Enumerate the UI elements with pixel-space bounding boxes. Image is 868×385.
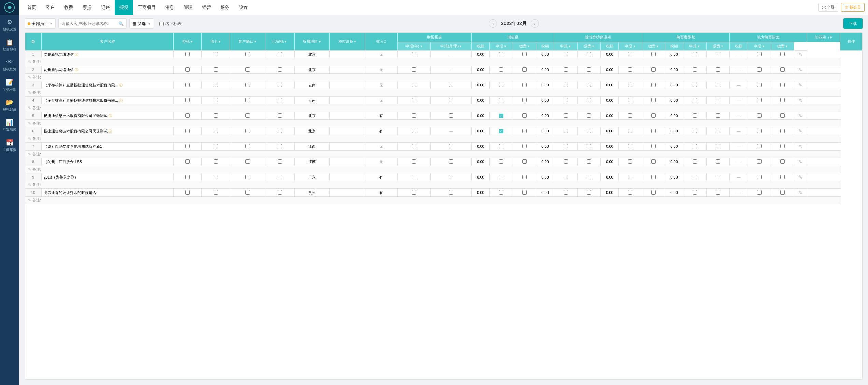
paid-cell[interactable] — [265, 66, 295, 74]
yinhua-declared-checkbox[interactable] — [757, 98, 762, 102]
jiaoyu-paid-cell[interactable] — [642, 143, 665, 151]
jiaoyu-declared-checkbox[interactable] — [628, 113, 632, 118]
difang-declared-cell[interactable] — [683, 66, 706, 74]
jiaoyu-paid-checkbox[interactable] — [651, 144, 656, 148]
jiaoyu-declared-checkbox[interactable] — [628, 159, 632, 164]
confirm-checkbox[interactable] — [245, 67, 250, 72]
jiaoyu-declared-cell[interactable] — [618, 143, 642, 151]
clear-card-checkbox[interactable] — [214, 144, 218, 148]
copy-tax-cell[interactable] — [173, 51, 202, 58]
clear-card-cell[interactable] — [202, 143, 230, 151]
jiaoyu-paid-cell[interactable] — [642, 112, 665, 120]
gear-icon[interactable]: ⚙ — [31, 39, 35, 44]
chengshi-paid-cell[interactable] — [578, 81, 601, 89]
copy-tax-cell[interactable] — [173, 127, 202, 135]
difang-declared-checkbox[interactable] — [693, 98, 697, 102]
difang-declared-cell[interactable] — [683, 143, 706, 151]
nav-item-首页[interactable]: 首页 — [23, 0, 41, 15]
clear-card-cell[interactable] — [202, 66, 230, 74]
nav-item-客户[interactable]: 客户 — [41, 0, 59, 15]
nav-item-工商项目[interactable]: 工商项目 — [133, 0, 160, 15]
edit-remark-icon[interactable]: ✎ — [28, 152, 31, 156]
difang-declared-cell[interactable] — [683, 51, 706, 58]
jiaoyu-declared-checkbox[interactable] — [628, 190, 632, 195]
difang-declared-cell[interactable] — [683, 81, 706, 89]
edit-button[interactable]: ✎ — [798, 52, 802, 57]
jiaoyu-paid-cell[interactable] — [642, 97, 665, 104]
yinhua-paid-cell[interactable] — [771, 173, 794, 181]
paid-cell[interactable] — [265, 189, 295, 197]
confirm-checkbox[interactable] — [245, 129, 250, 133]
sidebar-item-3[interactable]: 📝个税申报 — [1, 75, 18, 95]
confirm-cell[interactable] — [230, 81, 265, 89]
yinhua-paid-cell[interactable] — [771, 81, 794, 89]
copy-tax-checkbox[interactable] — [185, 67, 190, 72]
edit-button[interactable]: ✎ — [798, 67, 802, 72]
filter-button[interactable]: ▦ 筛选 ▼ — [129, 18, 154, 29]
yinhua-declared-cell[interactable] — [748, 97, 771, 104]
chengshi-declared-checkbox[interactable] — [564, 159, 568, 164]
declared-month-checkbox[interactable] — [449, 144, 453, 148]
yinhua-paid-cell[interactable] — [771, 189, 794, 197]
declared-month-checkbox[interactable] — [449, 113, 453, 118]
clear-card-cell[interactable] — [202, 112, 230, 120]
jiaoyu-declared-cell[interactable] — [618, 158, 642, 166]
jiaoyu-paid-cell[interactable] — [642, 173, 665, 181]
paid-cell[interactable] — [265, 158, 295, 166]
copy-tax-checkbox[interactable] — [185, 190, 190, 195]
edit-cell[interactable]: ✎ — [794, 81, 807, 89]
jiaoyu-declared-checkbox[interactable] — [628, 98, 632, 102]
paid-cell[interactable] — [265, 143, 295, 151]
difang-paid-checkbox[interactable] — [716, 159, 720, 164]
jiaoyu-paid-checkbox[interactable] — [651, 175, 656, 179]
edit-remark-icon[interactable]: ✎ — [28, 137, 31, 141]
label-sheet-checkbox[interactable] — [159, 22, 164, 26]
zengzhi-paid-cell[interactable] — [513, 158, 536, 166]
difang-paid-cell[interactable] — [707, 189, 730, 197]
declared-month-checkbox[interactable] — [449, 83, 453, 87]
paid-cell[interactable] — [265, 97, 295, 104]
declared-year-checkbox[interactable] — [412, 190, 416, 195]
difang-declared-checkbox[interactable] — [693, 83, 697, 87]
yinhua-declared-cell[interactable] — [748, 189, 771, 197]
declared-year-checkbox[interactable] — [412, 52, 416, 56]
nav-item-设置[interactable]: 设置 — [234, 0, 253, 15]
zengzhi-paid-cell[interactable] — [513, 51, 536, 58]
chengshi-paid-checkbox[interactable] — [587, 67, 591, 72]
jiaoyu-paid-checkbox[interactable] — [651, 67, 656, 72]
search-box[interactable]: 🔍 — [58, 18, 127, 29]
edit-remark-icon[interactable]: ✎ — [28, 106, 31, 110]
zengzhi-declared-cell[interactable] — [489, 51, 513, 58]
zengzhi-paid-checkbox[interactable] — [522, 159, 527, 164]
yinhua-paid-checkbox[interactable] — [780, 52, 785, 56]
jiaoyu-declared-cell[interactable] — [618, 81, 642, 89]
difang-paid-checkbox[interactable] — [716, 67, 720, 72]
zengzhi-declared-checkbox[interactable] — [499, 190, 503, 195]
nav-item-消息[interactable]: 消息 — [160, 0, 179, 15]
jiaoyu-declared-cell[interactable] — [618, 189, 642, 197]
jiaoyu-paid-cell[interactable] — [642, 51, 665, 58]
jiaoyu-declared-checkbox[interactable] — [628, 52, 632, 56]
clear-card-checkbox[interactable] — [214, 52, 218, 56]
yinhua-declared-cell[interactable] — [748, 66, 771, 74]
zengzhi-paid-checkbox[interactable] — [522, 190, 527, 195]
difang-declared-checkbox[interactable] — [693, 159, 697, 164]
difang-paid-cell[interactable] — [707, 127, 730, 135]
nav-item-票据[interactable]: 票据 — [78, 0, 96, 15]
nav-item-收费[interactable]: 收费 — [59, 0, 78, 15]
copy-tax-checkbox[interactable] — [185, 113, 190, 118]
paid-checkbox[interactable] — [278, 52, 282, 56]
copy-tax-cell[interactable] — [173, 81, 202, 89]
chengshi-paid-checkbox[interactable] — [587, 144, 591, 148]
difang-declared-cell[interactable] — [683, 158, 706, 166]
chengshi-paid-checkbox[interactable] — [587, 190, 591, 195]
zengzhi-paid-checkbox[interactable] — [522, 129, 527, 133]
difang-declared-cell[interactable] — [683, 173, 706, 181]
confirm-cell[interactable] — [230, 51, 265, 58]
zengzhi-declared-checkbox[interactable] — [499, 67, 503, 72]
copy-tax-cell[interactable] — [173, 173, 202, 181]
zengzhi-declared-checkbox[interactable] — [499, 144, 503, 148]
copy-tax-cell[interactable] — [173, 112, 202, 120]
edit-remark-icon[interactable]: ✎ — [28, 167, 31, 171]
chengshi-paid-cell[interactable] — [578, 143, 601, 151]
